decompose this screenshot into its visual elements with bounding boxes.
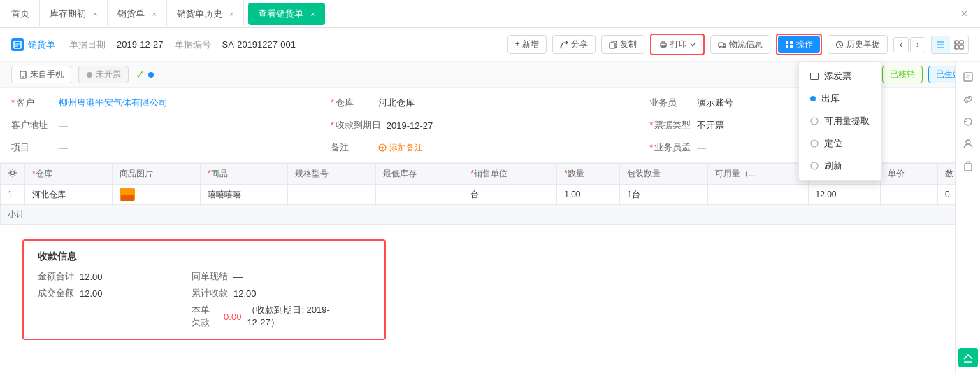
due-date-label: 收款到期日 [331,119,381,132]
tab-inventory[interactable]: 库存期初 × [40,0,108,28]
view-toggle [931,36,969,54]
dropdown-locate[interactable]: 定位 [799,132,881,155]
share-button[interactable]: 分享 [552,35,596,54]
cumulative-label: 累计收款 [192,287,228,300]
sidebar-expand-icon[interactable] [958,348,978,367]
amount-label: 金额合计 [38,270,74,283]
payment-grid: 金额合计 12.00 同单现结 — 成交金额 12.00 累计收款 12.00 [38,270,370,329]
tab-view-sales-close[interactable]: × [310,10,315,18]
dropdown-refresh[interactable]: 刷新 [799,155,881,177]
copy-button[interactable]: 复制 [601,35,644,54]
sidebar-return-icon[interactable] [958,112,978,132]
view-list-button[interactable] [932,36,950,53]
table-header-settings[interactable] [1,164,25,185]
available-label: 可用量提取 [824,115,870,127]
add-note-label: 添加备注 [389,142,423,154]
sidebar-clipboard-icon[interactable] [958,157,978,176]
svg-rect-6 [662,45,665,47]
cumulative-value: 12.00 [233,288,257,299]
transaction-label: 成交金额 [38,287,74,300]
ticket-value: 不开票 [697,119,724,132]
tab-sales-label: 销货单 [117,8,145,20]
share-icon [560,41,568,49]
svg-point-30 [811,118,818,125]
payment-title: 收款信息 [38,251,370,263]
print-button[interactable]: 打印 [652,36,702,53]
nav-next[interactable]: › [910,37,925,52]
nav-prev[interactable]: ‹ [893,37,909,52]
row-num: 1 [1,185,25,205]
customer-value[interactable]: 柳州粤港平安气体有限公司 [59,97,168,109]
row-available [707,185,808,205]
project-field: 项目 — [11,141,331,154]
new-button[interactable]: + 新增 [507,35,547,54]
subtotal-label: 小计 [1,205,980,225]
operation-button[interactable]: 操作 [778,36,820,53]
phone-label: 来自手机 [30,69,64,80]
th-product: *商品 [200,164,287,185]
open-button[interactable]: 未开票 [78,66,129,83]
address-value: — [59,120,68,131]
check-icon: ✓ [136,68,145,81]
print-dropdown-icon [690,42,696,48]
project-label: 项目 [11,141,53,154]
tab-inventory-close[interactable]: × [93,10,97,18]
note-label: 备注 [331,141,373,154]
close-tab-bar-button[interactable]: × [956,5,973,23]
checked-tag: 已核销 [882,66,923,83]
warehouse-field: 仓库 河北仓库 [331,97,650,109]
toolbar-right: + 新增 分享 复制 打印 [507,34,969,55]
tab-sales-history-close[interactable]: × [229,10,233,18]
sidebar-user-icon[interactable] [958,134,978,154]
right-sidebar [955,62,980,373]
note-field: 备注 添加备注 [331,141,650,154]
date-label: 单据日期 [69,38,106,51]
tab-bar: 首页 库存期初 × 销货单 × 销货单历史 × 查看销货单 × × [0,0,980,28]
row-current: 12.00 [808,185,881,205]
add-invoice-icon [810,73,819,80]
print-icon [659,41,668,49]
svg-rect-21 [960,45,963,49]
tab-home[interactable]: 首页 [7,0,40,28]
row-product: 嘻嘻嘻嘻 [200,185,287,205]
svg-point-31 [811,140,818,147]
add-invoice-label: 添发票 [824,70,851,83]
add-note-button[interactable]: 添加备注 [378,142,423,154]
logistics-button[interactable]: 物流信息 [710,35,770,54]
svg-rect-7 [719,43,723,47]
tab-sales[interactable]: 销货单 × [108,0,166,28]
locate-label: 定位 [824,137,842,150]
settings-icon [8,168,17,178]
th-warehouse: *仓库 [25,164,113,185]
sidebar-notes-icon[interactable] [958,67,978,87]
balance-note: （收款到期日: 2019-12-27） [247,304,331,329]
ticket-label: 票据类型 [649,119,691,132]
locate-icon [810,139,819,148]
plus-icon [378,143,387,152]
tab-sales-history-label: 销货单历史 [177,8,222,20]
row-min-stock [375,185,463,205]
project-value: — [59,143,68,153]
th-available: 可用量（... [707,164,808,185]
svg-rect-13 [790,45,793,48]
operation-dropdown: 添发票 出库 可用量提取 定位 刷新 [798,62,882,181]
view-grid-button[interactable] [950,36,968,53]
sidebar-link-icon[interactable] [958,90,978,109]
tab-view-sales[interactable]: 查看销货单 × [248,3,324,25]
svg-point-24 [87,72,92,78]
amount-value: 12.00 [80,272,103,282]
dropdown-available[interactable]: 可用量提取 [799,110,881,132]
product-img [120,188,135,201]
amount-item: 金额合计 12.00 [38,270,178,283]
transaction-value: 12.00 [80,288,103,299]
tab-sales-history[interactable]: 销货单历史 × [167,0,244,28]
date-value: 2019-12-27 [117,39,164,50]
dropdown-outbound[interactable]: 出库 [799,87,881,110]
history-button[interactable]: 历史单据 [828,35,888,54]
dropdown-add-invoice[interactable]: 添发票 [799,65,881,87]
tab-sales-close[interactable]: × [152,10,156,18]
svg-rect-20 [955,45,958,49]
row-img [113,185,200,205]
th-unit: *销售单位 [463,164,557,185]
phone-button[interactable]: 来自手机 [11,66,71,83]
